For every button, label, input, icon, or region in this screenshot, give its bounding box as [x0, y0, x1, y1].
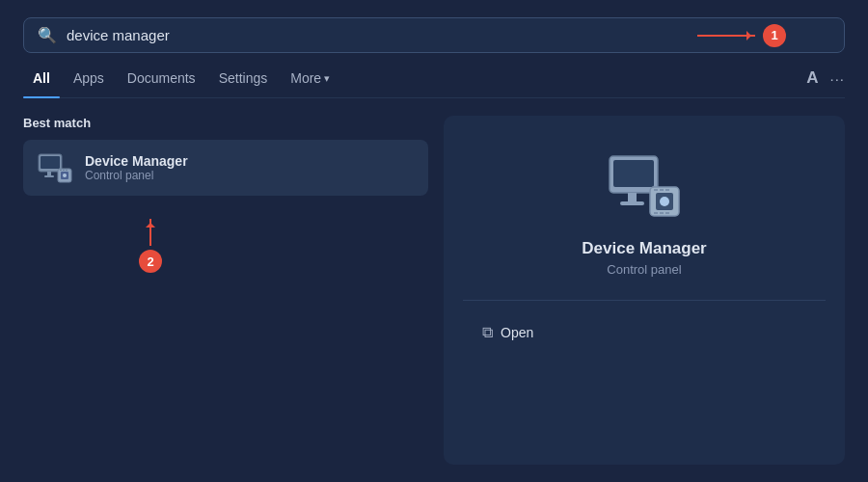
- detail-title: Device Manager: [582, 239, 706, 258]
- tab-all[interactable]: All: [23, 67, 60, 90]
- detail-icon: [606, 147, 683, 224]
- open-label: Open: [501, 325, 533, 340]
- svg-point-6: [63, 174, 67, 177]
- tab-documents[interactable]: Documents: [118, 67, 205, 90]
- svg-rect-8: [63, 170, 65, 171]
- open-button[interactable]: ⧉ Open: [473, 318, 543, 347]
- tab-right-icons: A ···: [806, 68, 845, 88]
- annotation-arrow-1: [697, 35, 755, 37]
- annotation-arrow-2: 2: [139, 219, 162, 273]
- chevron-down-icon: ▾: [324, 72, 330, 85]
- search-bar[interactable]: 🔍 device manager 1: [23, 17, 845, 53]
- badge-2: 2: [139, 250, 162, 273]
- svg-rect-11: [613, 160, 654, 187]
- svg-rect-13: [620, 201, 644, 205]
- result-icon: [37, 149, 73, 186]
- result-title: Device Manager: [85, 153, 415, 169]
- svg-rect-20: [654, 212, 658, 214]
- result-item-device-manager[interactable]: Device Manager Control panel: [23, 140, 428, 196]
- tab-apps[interactable]: Apps: [64, 67, 114, 90]
- result-subtitle: Control panel: [85, 169, 415, 182]
- tab-settings[interactable]: Settings: [209, 67, 278, 90]
- divider: [463, 300, 826, 301]
- badge-1: 1: [763, 24, 786, 47]
- svg-rect-22: [665, 212, 669, 214]
- annotation-2-wrap: 2: [23, 219, 428, 267]
- up-arrow-line: [149, 219, 151, 246]
- svg-point-16: [660, 197, 669, 206]
- svg-rect-18: [660, 189, 664, 191]
- best-match-label: Best match: [23, 116, 428, 130]
- font-size-icon[interactable]: A: [806, 68, 818, 88]
- main-content: Best match: [23, 116, 845, 465]
- open-external-icon: ⧉: [482, 324, 493, 341]
- svg-rect-1: [41, 156, 60, 169]
- svg-rect-19: [665, 189, 669, 191]
- tabs-row: All Apps Documents Settings More ▾ A ···: [23, 67, 845, 98]
- right-panel: Device Manager Control panel ⧉ Open: [444, 116, 845, 465]
- search-icon: 🔍: [38, 26, 57, 44]
- svg-rect-12: [628, 193, 637, 202]
- svg-rect-17: [654, 189, 658, 191]
- svg-rect-7: [60, 170, 62, 171]
- tab-more[interactable]: More ▾: [281, 67, 339, 90]
- svg-rect-3: [44, 175, 54, 177]
- left-panel: Best match: [23, 116, 428, 465]
- detail-subtitle: Control panel: [607, 262, 681, 277]
- search-annotation: 1: [697, 24, 786, 47]
- result-text: Device Manager Control panel: [85, 153, 415, 182]
- more-options-icon[interactable]: ···: [829, 70, 845, 87]
- svg-rect-9: [66, 170, 68, 171]
- svg-rect-21: [660, 212, 664, 214]
